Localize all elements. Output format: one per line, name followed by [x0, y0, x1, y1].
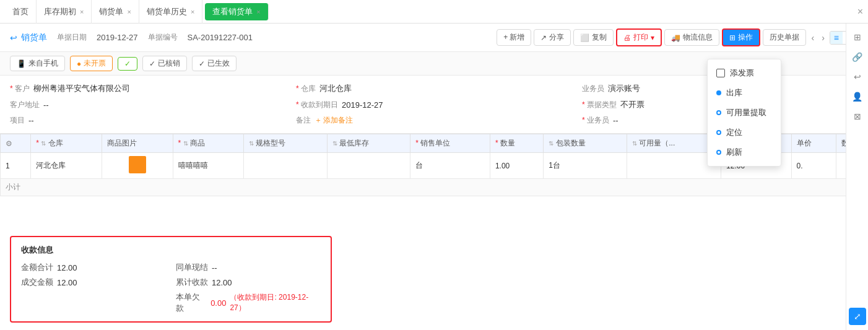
customer-value: 柳州粤港平安气体有限公司	[33, 83, 130, 94]
due-date-note: （收款到期日: 2019-12-27）	[230, 292, 321, 313]
effective-icon: ✓	[199, 59, 205, 68]
tab-inventory-init[interactable]: 库存期初 ×	[37, 0, 92, 24]
print-icon: 🖨	[623, 33, 631, 42]
check-icon: ✓	[124, 59, 131, 68]
total-label: 金额合计	[21, 262, 53, 273]
from-mobile-button[interactable]: 📱 来自手机	[10, 56, 65, 71]
tab-bar: 首页 库存期初 × 销货单 × 销货单历史 × 查看销货单 × ×	[0, 0, 868, 24]
cumulative-label: 累计收款	[176, 277, 208, 288]
cell-min-stock	[327, 153, 410, 179]
doc-meta: 单据日期 2019-12-27 单据编号 SA-20191227-001	[57, 32, 253, 43]
cell-product: 嘻嘻嘻嘻	[173, 153, 244, 179]
transaction-label: 成交金额	[21, 277, 53, 288]
due-date-label: 收款到期日	[296, 100, 338, 110]
payment-grid: 金额合计 12.00 同单现结 -- 成交金额 12.00 累计收款 12.00…	[21, 262, 321, 314]
cancel-button[interactable]: ✓ 已核销	[142, 56, 187, 71]
mobile-icon: 📱	[17, 59, 26, 68]
close-tab-view-sales[interactable]: ×	[256, 8, 260, 15]
tab-sales-order[interactable]: 销货单 ×	[92, 0, 139, 24]
sidebar-icon-4[interactable]: 👤	[849, 88, 866, 105]
print-button[interactable]: 🖨 打印 ▾	[616, 28, 662, 46]
cell-unit: 台	[410, 153, 490, 179]
warehouse-value: 河北仓库	[319, 83, 352, 94]
list-view-button[interactable]: ≡	[830, 32, 843, 44]
doc-title: ↩ 销货单	[10, 32, 47, 43]
available-qty-item[interactable]: 可用量提取	[708, 103, 781, 123]
sidebar-icon-1[interactable]: ⊞	[849, 28, 866, 46]
expand-icon[interactable]: ⤢	[849, 308, 866, 325]
available-radio	[716, 110, 721, 115]
tab-sales-history[interactable]: 销货单历史 ×	[139, 0, 202, 24]
copy-icon: ⬜	[580, 33, 589, 42]
number-value: SA-20191227-001	[188, 33, 253, 42]
logistics-button[interactable]: 🚚 物流信息	[664, 29, 719, 46]
tab-home[interactable]: 首页	[5, 0, 37, 24]
same-order-settle-row: 同单现结 --	[176, 262, 321, 273]
th-spec: ⇅ 规格型号	[244, 134, 328, 153]
date-label: 单据日期	[57, 32, 87, 43]
plus-icon: ＋	[315, 115, 322, 126]
sort-icon5: ⇅	[549, 140, 553, 147]
due-date-value: 2019-12-27	[342, 100, 383, 110]
cumulative-value: 12.00	[212, 278, 232, 287]
sales-order-icon: ↩	[10, 33, 17, 43]
history-button[interactable]: 历史单据	[763, 29, 806, 46]
copy-button[interactable]: ⬜ 复制	[573, 29, 614, 46]
same-order-settle-value: --	[212, 263, 217, 272]
sort-icon3: ⇅	[249, 140, 254, 147]
new-button[interactable]: + 新增	[497, 29, 531, 46]
add-invoice-item[interactable]: 添发票	[708, 63, 781, 83]
prev-record-button[interactable]: ‹	[809, 32, 817, 44]
note-label: 备注	[296, 115, 311, 126]
cell-pack-qty: 1台	[544, 153, 627, 179]
operations-button[interactable]: ⊞ 操作	[722, 28, 760, 46]
cell-spec	[244, 153, 328, 179]
warehouse-label: 仓库	[296, 84, 316, 94]
cell-price: 0.	[791, 153, 836, 179]
th-pack-qty: ⇅ 包装数量	[544, 134, 627, 153]
locate-radio	[716, 130, 721, 135]
outbound-item[interactable]: 出库	[708, 83, 781, 103]
total-value: 12.00	[57, 263, 77, 272]
customer-label: 客户	[10, 84, 30, 94]
cell-quantity: 1.00	[490, 153, 543, 179]
sort-icon: ⇅	[41, 140, 46, 147]
invoice-icon: ●	[77, 59, 81, 68]
same-order-settle-label: 同单现结	[176, 262, 208, 273]
sidebar-icon-5[interactable]: ⊠	[849, 108, 866, 125]
salesperson2-value: --	[613, 116, 618, 125]
not-opened-button[interactable]: ● 未开票	[70, 56, 113, 71]
close-tab-sales-history[interactable]: ×	[191, 8, 194, 15]
doc-type-label: 销货单	[21, 32, 47, 43]
current-due-value: 0.00	[210, 298, 226, 308]
sidebar-icon-3[interactable]: ↩	[849, 68, 866, 85]
project-label: 项目	[10, 115, 25, 126]
locate-item[interactable]: 定位	[708, 123, 781, 142]
doc-header: ↩ 销货单 单据日期 2019-12-27 单据编号 SA-20191227-0…	[0, 24, 868, 52]
salesperson-value: 演示账号	[608, 83, 640, 94]
note-row: 备注 ＋ 添加备注	[296, 115, 572, 126]
gear-icon[interactable]: ⚙	[6, 139, 12, 148]
transaction-row: 成交金额 12.00	[21, 277, 166, 288]
refresh-item[interactable]: 刷新	[708, 142, 781, 162]
close-tab-inventory[interactable]: ×	[80, 8, 84, 15]
invoice-type-value: 不开票	[620, 99, 644, 110]
th-product-image: 商品图片	[102, 134, 173, 153]
share-button[interactable]: ↗ 分享	[534, 29, 571, 46]
tab-view-sales-order[interactable]: 查看销货单 ×	[205, 3, 268, 20]
current-due-label: 本单欠款	[176, 292, 207, 314]
right-sidebar: ⊞ 🔗 ↩ 👤 ⊠ ⤢	[846, 24, 868, 330]
checked-button[interactable]: ✓	[118, 57, 137, 71]
grid-icon: ⊞	[729, 33, 736, 42]
sidebar-icon-2[interactable]: 🔗	[849, 48, 866, 66]
next-record-button[interactable]: ›	[819, 32, 827, 44]
add-note-button[interactable]: ＋ 添加备注	[315, 115, 353, 126]
cancel-icon: ✓	[149, 59, 155, 68]
close-all-tabs[interactable]: ×	[857, 6, 863, 17]
operations-dropdown: 添发票 出库 可用量提取 定位 刷新	[707, 59, 781, 167]
sort-icon4: ⇅	[332, 140, 337, 147]
effective-button[interactable]: ✓ 已生效	[192, 56, 237, 71]
total-row: 金额合计 12.00	[21, 262, 166, 273]
th-quantity: 数量	[490, 134, 543, 153]
close-tab-sales[interactable]: ×	[127, 8, 131, 15]
